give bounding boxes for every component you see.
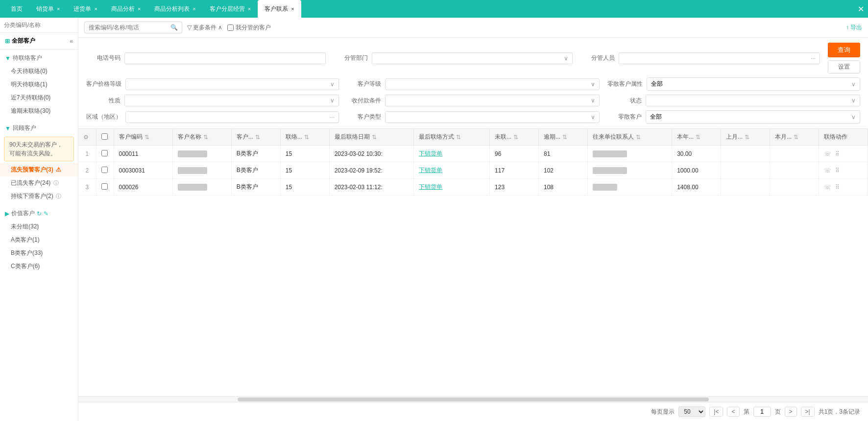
chevron-down-icon: ∨ [330, 97, 335, 104]
close-icon[interactable]: × [248, 6, 251, 12]
row-not-contacted-3: 123 [490, 179, 539, 196]
horizontal-scrollbar[interactable] [78, 396, 868, 402]
sidebar-item-a-class[interactable]: A类客户(1) [0, 233, 78, 247]
prev-page-button[interactable]: < [727, 407, 739, 417]
sort-icon[interactable]: ⇅ [372, 134, 377, 141]
tab-customer-contact[interactable]: 客户联系 × [258, 0, 301, 18]
row-actions-3: ☏ ⠿ [819, 179, 868, 196]
scrollbar-thumb[interactable] [238, 397, 709, 401]
tab-product-analysis[interactable]: 商品分析 × [104, 0, 147, 18]
section-pending-contact-header[interactable]: ▼ 待联络客户 [0, 51, 78, 65]
contact-icon[interactable]: ☏ [824, 167, 831, 174]
contact-icon[interactable]: ☏ [824, 150, 831, 157]
sidebar-item-7days-contact[interactable]: 近7天待联络(0) [0, 91, 78, 104]
tab-customer-tier[interactable]: 客户分层经营 × [203, 0, 258, 18]
payment-select[interactable]: ∨ [385, 95, 600, 106]
close-icon[interactable]: × [291, 6, 294, 12]
sort-icon[interactable]: ⇅ [513, 134, 518, 141]
row-select-checkbox[interactable] [101, 167, 108, 173]
row-last-month-1 [721, 146, 770, 162]
sort-icon[interactable]: ⇅ [456, 134, 461, 141]
section-value-header[interactable]: ▶ 价值客户 ↻ ✎ [0, 207, 78, 220]
refresh-icon[interactable]: ↻ [37, 210, 42, 217]
tab-purchase-order[interactable]: 进货单 × [67, 0, 104, 18]
sidebar-item-overdue-contact[interactable]: 逾期未联络(30) [0, 104, 78, 118]
table-row[interactable]: 2 00030031 B类客户 15 2023-02-09 19:52: [78, 162, 868, 179]
tab-sales-order[interactable]: 销货单 × [29, 0, 67, 18]
sort-icon[interactable]: ⇅ [794, 134, 798, 141]
query-button[interactable]: 查询 [828, 43, 860, 57]
last-page-button[interactable]: >| [801, 407, 815, 417]
sidebar-item-c-class[interactable]: C类客户(6) [0, 260, 78, 273]
sidebar-item-ungroup[interactable]: 未分组(32) [0, 220, 78, 233]
region-select[interactable]: ··· [125, 111, 339, 123]
phone-input[interactable] [124, 52, 326, 64]
more-actions-icon[interactable]: ⠿ [835, 184, 840, 191]
warning-icon: ⚠ [56, 166, 61, 173]
search-input[interactable] [89, 24, 170, 31]
more-actions-icon[interactable]: ⠿ [835, 150, 840, 157]
export-button[interactable]: ↑ 导出 [846, 24, 862, 32]
select-all-checkbox[interactable] [101, 133, 108, 140]
table-row[interactable]: 3 000026 B类客户 15 2023-02-03 11:12: 下销 [78, 179, 868, 196]
last-method-link-1[interactable]: 下销货单 [419, 150, 442, 157]
section-review-header[interactable]: ▼ 回顾客户 [0, 122, 78, 135]
sidebar-item-today-contact[interactable]: 今天待联络(0) [0, 65, 78, 78]
more-actions-icon[interactable]: ⠿ [835, 167, 840, 174]
zero-customer-select[interactable]: 全部 ∨ [646, 110, 860, 124]
close-icon[interactable]: × [57, 6, 60, 12]
sort-icon[interactable]: ⇅ [696, 134, 700, 141]
page-number-input[interactable] [753, 407, 771, 417]
status-select[interactable]: ∨ [646, 95, 860, 106]
sort-icon[interactable]: ⇅ [745, 134, 749, 141]
next-page-button[interactable]: > [785, 407, 797, 417]
row-select-checkbox[interactable] [101, 150, 108, 156]
arrow-down-icon: ▼ [5, 55, 11, 62]
sort-icon[interactable]: ⇅ [255, 134, 260, 141]
sidebar-search-input[interactable] [4, 22, 77, 28]
more-conditions-button[interactable]: ▽ 更多条件 ∧ [187, 24, 222, 32]
table-row[interactable]: 1 000011 B类客户 15 2023-03-02 10:30: 下销 [78, 146, 868, 162]
dept-select[interactable]: ∨ [372, 52, 573, 64]
sidebar-all-customers[interactable]: ⊞ 全部客户 « [0, 33, 78, 50]
sort-icon[interactable]: ⇅ [562, 134, 567, 141]
close-icon[interactable]: × [94, 6, 97, 12]
filter-nature: 性质 ∨ [86, 95, 339, 106]
zero-attr-select[interactable]: 全部 ∨ [647, 77, 860, 91]
first-page-button[interactable]: |< [709, 407, 723, 417]
nature-select[interactable]: ∨ [124, 95, 339, 106]
sidebar: 🔍 ⊞ 全部客户 « ▼ 待联络客户 今天待联络(0) 明天待联络(1) 近7天… [0, 18, 78, 421]
price-level-select[interactable]: ∨ [125, 78, 339, 90]
customer-type-select[interactable]: ∨ [385, 111, 600, 123]
tab-product-analysis-list[interactable]: 商品分析列表 × [147, 0, 202, 18]
sidebar-item-churn-warning[interactable]: 流失预警客户(3) ⚠ [0, 163, 78, 176]
sort-icon[interactable]: ⇅ [636, 134, 641, 141]
row-person-3 [587, 179, 672, 196]
row-select-checkbox[interactable] [101, 183, 108, 190]
tab-home[interactable]: 首页 [4, 0, 29, 18]
sidebar-item-declining[interactable]: 持续下滑客户(2) ⓘ [0, 190, 78, 203]
customer-level-select[interactable]: ∨ [385, 78, 600, 90]
sidebar-item-tomorrow-contact[interactable]: 明天待联络(1) [0, 78, 78, 91]
my-customers-checkbox-input[interactable] [227, 25, 234, 31]
edit-icon[interactable]: ✎ [44, 210, 48, 217]
page-size-select[interactable]: 50 100 200 [678, 406, 705, 417]
close-icon[interactable]: × [193, 6, 195, 12]
manager-select[interactable]: ··· [619, 52, 820, 64]
sort-icon[interactable]: ⇅ [203, 134, 208, 141]
last-method-link-2[interactable]: 下销货单 [419, 167, 442, 173]
close-icon[interactable]: × [138, 6, 141, 12]
section-pending-contact: ▼ 待联络客户 今天待联络(0) 明天待联络(1) 近7天待联络(0) 逾期未联… [0, 50, 78, 120]
column-settings-icon[interactable]: ⚙ [83, 134, 89, 141]
sidebar-item-b-class[interactable]: B类客户(33) [0, 247, 78, 260]
last-method-link-3[interactable]: 下销货单 [419, 183, 442, 190]
contact-icon[interactable]: ☏ [824, 184, 831, 191]
row-num-2: 2 [78, 162, 96, 179]
my-customers-checkbox[interactable]: 我分管的客户 [227, 24, 271, 32]
search-box[interactable]: 🔍 [84, 22, 182, 33]
sidebar-item-churned[interactable]: 已流失客户(24) ⓘ [0, 176, 78, 190]
app-close-button[interactable]: ✕ [858, 4, 864, 14]
sort-icon[interactable]: ⇅ [304, 134, 309, 141]
settings-button[interactable]: 设置 [828, 60, 860, 74]
sort-icon[interactable]: ⇅ [145, 134, 149, 141]
